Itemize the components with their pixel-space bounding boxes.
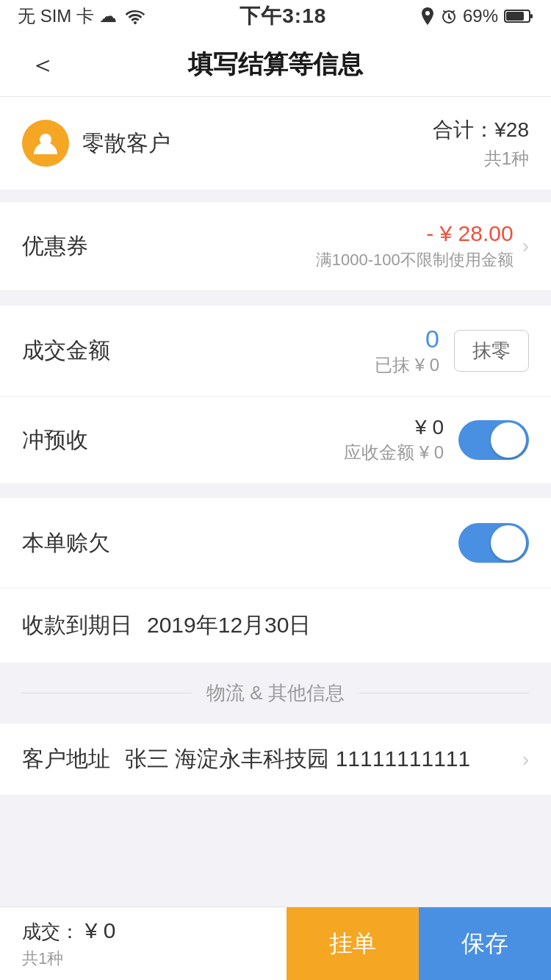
customer-right: 合计：¥28 共1种: [433, 116, 529, 170]
transaction-row: 成交金额 0 已抹 ¥ 0 抹零: [0, 306, 551, 397]
debt-toggle[interactable]: [458, 523, 529, 563]
coupon-right: - ¥ 28.00 满1000-100不限制使用金额 ›: [316, 221, 529, 271]
customer-count: 共1种: [433, 147, 529, 170]
logistics-line-left: [22, 693, 192, 693]
svg-rect-2: [506, 12, 524, 21]
bottom-count: 共1种: [22, 948, 264, 970]
bottom-summary: 成交： ¥ 0 共1种: [0, 907, 287, 980]
coupon-label: 优惠券: [22, 231, 88, 262]
advance-row: 冲预收 ¥ 0 应收金额 ¥ 0: [0, 397, 551, 483]
avatar-icon: [32, 129, 60, 157]
customer-section: 零散客户 合计：¥28 共1种: [0, 97, 551, 190]
coupon-amount: - ¥ 28.00: [316, 221, 514, 246]
due-date-value: 2019年12月30日: [147, 610, 311, 641]
address-chevron-icon: ›: [522, 748, 529, 771]
status-right: 69%: [420, 6, 533, 26]
advance-toggle-knob: [491, 422, 526, 458]
page-title: 填写结算等信息: [188, 48, 363, 82]
coupon-desc: 满1000-100不限制使用金额: [316, 249, 514, 271]
coupon-info: - ¥ 28.00 满1000-100不限制使用金额: [316, 221, 514, 271]
advance-toggle[interactable]: [458, 420, 529, 460]
bottom-amount: ¥ 0: [85, 918, 116, 943]
transaction-label: 成交金额: [22, 336, 110, 366]
advance-label: 冲预收: [22, 425, 88, 455]
battery-icon: [504, 9, 533, 24]
logistics-line-right: [359, 693, 529, 693]
coupon-section[interactable]: 优惠券 - ¥ 28.00 满1000-100不限制使用金额 ›: [0, 201, 551, 291]
main-content: 零散客户 合计：¥28 共1种 优惠券 - ¥ 28.00 满1000-100不…: [0, 97, 551, 980]
no-sim-text: 无 SIM 卡 ☁: [18, 4, 117, 28]
bottom-summary-line: 成交： ¥ 0: [22, 918, 264, 945]
round-button[interactable]: 抹零: [454, 330, 529, 372]
bottom-label: 成交：: [22, 920, 79, 943]
due-date-label: 收款到期日: [22, 610, 132, 641]
svg-rect-3: [530, 14, 533, 18]
customer-left: 零散客户: [22, 120, 170, 167]
advance-info: ¥ 0 应收金额 ¥ 0: [344, 416, 444, 464]
transaction-amount: 0: [425, 325, 439, 353]
transaction-section: 成交金额 0 已抹 ¥ 0 抹零 冲预收 ¥ 0 应收金额 ¥ 0: [0, 306, 551, 483]
status-time: 下午3:18: [240, 2, 326, 30]
section-divider-2: [0, 483, 551, 498]
address-value: 张三 海淀永丰科技园 11111111111: [125, 744, 522, 774]
debt-toggle-knob: [491, 525, 526, 561]
advance-right: ¥ 0 应收金额 ¥ 0: [344, 416, 529, 464]
customer-name: 零散客户: [82, 129, 170, 159]
logistics-divider: 物流 & 其他信息: [0, 663, 551, 724]
battery-text: 69%: [463, 6, 498, 26]
nav-bar: ＜ 填写结算等信息: [0, 32, 551, 97]
pending-button[interactable]: 挂单: [287, 907, 419, 980]
address-section[interactable]: 客户地址 张三 海淀永丰科技园 11111111111 ›: [0, 724, 551, 795]
alarm-icon: [441, 8, 457, 24]
due-date-row: 收款到期日 2019年12月30日: [0, 588, 551, 663]
advance-sub: 应收金额 ¥ 0: [344, 441, 444, 464]
customer-total: 合计：¥28: [433, 116, 529, 144]
status-left: 无 SIM 卡 ☁: [18, 4, 146, 28]
location-icon: [420, 7, 435, 25]
debt-label: 本单赊欠: [22, 528, 110, 558]
transaction-sub: 已抹 ¥ 0: [375, 353, 439, 377]
chevron-right-icon: ›: [522, 234, 529, 258]
transaction-right: 0 已抹 ¥ 0 抹零: [375, 325, 529, 377]
logistics-label: 物流 & 其他信息: [206, 680, 345, 706]
address-label: 客户地址: [22, 744, 110, 774]
bottom-bar: 成交： ¥ 0 共1种 挂单 保存: [0, 907, 551, 980]
debt-row: 本单赊欠: [0, 498, 551, 588]
debt-section: 本单赊欠 收款到期日 2019年12月30日: [0, 498, 551, 663]
section-divider-1: [0, 291, 551, 306]
save-button[interactable]: 保存: [419, 907, 551, 980]
status-bar: 无 SIM 卡 ☁ 下午3:18 69%: [0, 0, 551, 32]
advance-amount: ¥ 0: [344, 416, 444, 439]
back-button[interactable]: ＜: [22, 44, 63, 85]
wifi-icon: [124, 8, 146, 24]
customer-avatar: [22, 120, 69, 167]
